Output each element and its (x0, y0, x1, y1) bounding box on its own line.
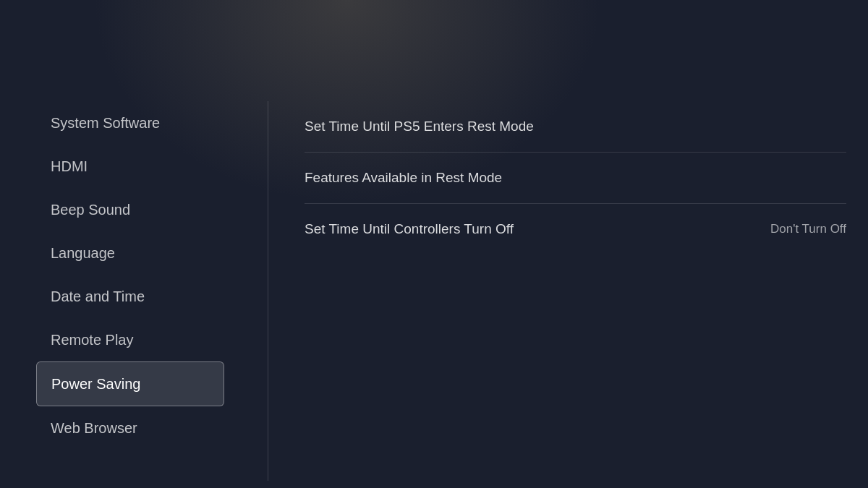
sidebar-item-beep-sound[interactable]: Beep Sound (51, 188, 268, 231)
content-item-rest-mode-features[interactable]: Features Available in Rest Mode (305, 153, 846, 204)
content-label-rest-mode-features: Features Available in Rest Mode (305, 170, 502, 186)
main-layout: System SoftwareHDMIBeep SoundLanguageDat… (0, 94, 868, 488)
content-panel: Set Time Until PS5 Enters Rest ModeFeatu… (268, 94, 868, 488)
sidebar-item-web-browser[interactable]: Web Browser (51, 406, 268, 450)
content-item-rest-mode-time[interactable]: Set Time Until PS5 Enters Rest Mode (305, 101, 846, 153)
sidebar-item-power-saving[interactable]: Power Saving (36, 361, 224, 406)
content-label-rest-mode-time: Set Time Until PS5 Enters Rest Mode (305, 119, 534, 134)
sidebar-item-remote-play[interactable]: Remote Play (51, 318, 268, 361)
sidebar-item-hdmi[interactable]: HDMI (51, 145, 268, 188)
content-item-controllers-turn-off[interactable]: Set Time Until Controllers Turn OffDon't… (305, 204, 846, 254)
sidebar-item-date-and-time[interactable]: Date and Time (51, 275, 268, 318)
content-label-controllers-turn-off: Set Time Until Controllers Turn Off (305, 221, 514, 237)
sidebar-item-system-software[interactable]: System Software (51, 101, 268, 145)
sidebar-item-language[interactable]: Language (51, 231, 268, 275)
sidebar: System SoftwareHDMIBeep SoundLanguageDat… (0, 94, 268, 488)
content-value-controllers-turn-off: Don't Turn Off (770, 222, 846, 236)
